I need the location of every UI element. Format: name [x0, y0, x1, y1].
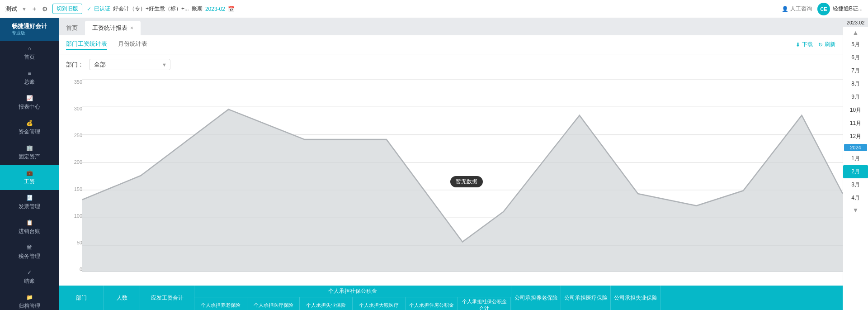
certified-icon: ✓	[87, 6, 91, 12]
sidebar-item-sales[interactable]: 📋 进销台账	[0, 215, 59, 240]
sidebar-label-sales: 进销台账	[19, 228, 40, 235]
prev-year-nav[interactable]: ▲	[843, 27, 868, 38]
top-bar-right: 👤 人工咨询 CE 轻捷通B证...	[782, 3, 863, 15]
year-header: 2023.02	[843, 18, 868, 27]
month-11[interactable]: 11月	[843, 117, 868, 130]
sub-tab-dept[interactable]: 部门工资统计表	[66, 40, 107, 50]
sidebar-label-checkout: 结账	[24, 277, 35, 285]
ledger-icon: ≡	[28, 70, 31, 76]
month-8[interactable]: 8月	[843, 77, 868, 91]
user-name: 轻捷通B证...	[833, 5, 863, 13]
dept-select[interactable]: 全部 研发部 销售部 财务部 行政部	[89, 59, 170, 70]
download-btn[interactable]: ⬇ 下载	[796, 41, 813, 48]
sidebar-label-archive: 归档管理	[19, 302, 40, 310]
assets-icon: 🏢	[26, 145, 33, 151]
archive-icon: 📁	[26, 294, 33, 300]
sidebar-item-salary[interactable]: 💼 工资	[0, 165, 59, 190]
logo-sub: 专业版	[12, 30, 47, 36]
sub-tab-actions: ⬇ 下载 ↻ 刷新	[796, 41, 835, 48]
th-personal-unemploy: 个人承担失业保险	[300, 297, 353, 310]
tab-home[interactable]: 首页	[59, 21, 85, 35]
month-10[interactable]: 10月	[843, 104, 868, 117]
sidebar-label-tax: 税务管理	[19, 253, 40, 260]
tab-salary-report[interactable]: 工资统计报表 ×	[85, 21, 141, 35]
month-5[interactable]: 5月	[843, 38, 868, 51]
th-count: 人数	[104, 286, 140, 310]
y-label-250: 250	[74, 133, 82, 138]
y-label-50: 50	[77, 240, 82, 245]
chevron-down-icon[interactable]: ▼	[22, 6, 27, 12]
month-3[interactable]: 3月	[843, 178, 868, 191]
th-dept: 部门	[59, 286, 104, 310]
sidebar-item-tax[interactable]: 🏛 税务管理	[0, 240, 59, 265]
sub-tab-monthly[interactable]: 月份统计表	[118, 40, 147, 50]
sidebar-label-ledger: 总账	[24, 78, 35, 86]
sidebar-label-salary: 工资	[24, 178, 35, 186]
calendar-icon[interactable]: 📅	[228, 6, 235, 12]
tab-salary-report-label: 工资统计报表	[92, 24, 127, 32]
next-year-nav[interactable]: ▼	[843, 205, 868, 215]
month-2[interactable]: 2月	[843, 165, 868, 178]
sidebar-label-invoice: 发票管理	[19, 203, 40, 210]
year-2024-badge: 2024	[844, 144, 867, 151]
sub-tab-monthly-label: 月份统计表	[118, 40, 147, 47]
th-personal-pension: 个人承担养老保险	[194, 297, 247, 310]
month-9[interactable]: 9月	[843, 91, 868, 104]
sidebar-item-home[interactable]: ⌂ 首页	[0, 41, 59, 66]
sidebar: 畅捷通好会计 专业版 ⌂ 首页 ≡ 总账 📈 报表中心 💰 资金管理 🏢	[0, 18, 59, 310]
th-group-personal: 个人承担社保公积金 个人承担养老保险 个人承担医疗保险 个人承担失业保险 个人承…	[194, 286, 511, 310]
tab-bar: 首页 工资统计报表 ×	[59, 18, 843, 35]
sub-tab-dept-label: 部门工资统计表	[66, 40, 107, 47]
sidebar-item-reports[interactable]: 📈 报表中心	[0, 91, 59, 115]
salary-icon: 💼	[26, 170, 33, 176]
th-group-personal-cells: 个人承担养老保险 个人承担医疗保险 个人承担失业保险 个人承担大额医疗 个人承担…	[194, 297, 511, 310]
top-bar: 测试 ▼ ＋ ⚙ 切到旧版 ✓ 已认证 好会计（专）+好生意（标）+... 账期…	[0, 0, 868, 18]
refresh-btn[interactable]: ↻ 刷新	[818, 41, 835, 48]
period-value: 2023-02	[205, 6, 225, 12]
invoice-icon: 🧾	[26, 195, 33, 201]
sidebar-item-ledger[interactable]: ≡ 总账	[0, 66, 59, 91]
logo-text: 畅捷通好会计	[12, 23, 47, 30]
sidebar-item-invoice[interactable]: 🧾 发票管理	[0, 190, 59, 215]
funds-icon: 💰	[26, 120, 33, 126]
tax-icon: 🏛	[27, 244, 32, 251]
tab-close-btn[interactable]: ×	[130, 25, 133, 31]
sidebar-item-funds[interactable]: 💰 资金管理	[0, 115, 59, 140]
month-12[interactable]: 12月	[843, 130, 868, 143]
page-content: 部门工资统计表 月份统计表 ⬇ 下载 ↻ 刷新	[59, 35, 843, 310]
refresh-icon: ↻	[818, 42, 823, 48]
th-salary: 应发工资合计	[140, 286, 194, 310]
certified-label: 已认证	[94, 5, 110, 13]
dept-select-wrapper: 全部 研发部 销售部 财务部 行政部 ▼	[89, 59, 170, 70]
tab-home-label: 首页	[66, 24, 78, 32]
reports-icon: 📈	[26, 95, 33, 101]
switch-old-btn[interactable]: 切到旧版	[52, 4, 82, 14]
ai-consult-btn[interactable]: 👤 人工咨询	[782, 5, 812, 13]
month-1[interactable]: 1月	[843, 152, 868, 165]
month-4[interactable]: 4月	[843, 191, 868, 205]
sidebar-item-checkout[interactable]: ✓ 结账	[0, 265, 59, 290]
y-label-350: 350	[74, 79, 82, 85]
avatar: CE	[817, 3, 830, 15]
th-personal-total: 个人承担社保公积金合计	[458, 297, 511, 310]
settings-icon[interactable]: ⚙	[42, 5, 48, 13]
download-label: 下载	[802, 41, 813, 48]
sidebar-item-assets[interactable]: 🏢 固定资产	[0, 140, 59, 165]
month-6[interactable]: 6月	[843, 51, 868, 64]
sidebar-label-assets: 固定资产	[19, 153, 40, 161]
add-icon[interactable]: ＋	[31, 5, 38, 13]
y-axis: 350 300 250 200 150 100 50 0	[66, 79, 82, 272]
sidebar-label-reports: 报表中心	[19, 103, 40, 111]
th-personal-fund: 个人承担住房公积金	[406, 297, 458, 310]
user-area[interactable]: CE 轻捷通B证...	[817, 3, 863, 15]
th-personal-big-medical: 个人承担大额医疗	[353, 297, 406, 310]
account-type: 好会计（专）+好生意（标）+...	[113, 5, 189, 13]
sidebar-item-archive[interactable]: 📁 归档管理	[0, 290, 59, 310]
download-icon: ⬇	[796, 42, 800, 48]
ai-icon: 👤	[782, 6, 788, 12]
y-label-150: 150	[74, 186, 82, 192]
sales-icon: 📋	[26, 219, 33, 226]
month-7[interactable]: 7月	[843, 64, 868, 77]
checkout-icon: ✓	[27, 269, 32, 276]
sidebar-label-funds: 资金管理	[19, 128, 40, 136]
